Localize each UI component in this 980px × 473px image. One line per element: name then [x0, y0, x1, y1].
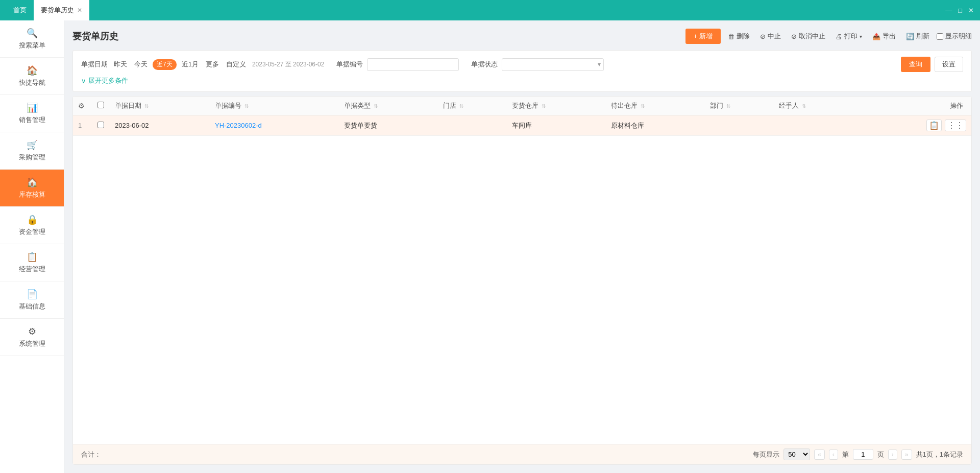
filter-panel: 单据日期 昨天 今天 近7天 近1月 更多 自定义 2023-05-27 至 2…	[72, 50, 972, 92]
doc-number-link[interactable]: YH-20230602-d	[215, 122, 262, 129]
date-filter-label: 单据日期	[81, 60, 108, 69]
th-pending-warehouse: 待出仓库 ⇅	[606, 97, 705, 115]
suspend-button[interactable]: ⊘ 中止	[757, 30, 784, 43]
close-btn[interactable]: ✕	[968, 7, 974, 14]
last-page-btn[interactable]: »	[901, 450, 912, 460]
query-settings-group: 查询 设置	[901, 57, 963, 72]
date-btn-custom[interactable]: 自定义	[224, 59, 248, 70]
date-btn-last7days[interactable]: 近7天	[153, 59, 177, 70]
sort-store-icon[interactable]: ⇅	[459, 103, 463, 109]
purchase-mgmt-icon: 🛒	[27, 139, 38, 151]
th-req-warehouse: 要货仓库 ⇅	[507, 97, 606, 115]
doc-status-filter-item: 单据状态 ▾	[471, 58, 604, 71]
date-filter-options: 昨天 今天 近7天 近1月 更多 自定义	[112, 59, 248, 70]
ops-mgmt-icon: 📋	[27, 251, 38, 263]
cell-doc-date: 2023-06-02	[110, 115, 210, 136]
date-btn-last-month[interactable]: 近1月	[180, 59, 201, 70]
table-container: ⚙ 单据日期 ⇅ 单据编号 ⇅	[73, 97, 971, 444]
table-settings-icon[interactable]: ⚙	[78, 102, 85, 110]
th-doc-date: 单据日期 ⇅	[110, 97, 210, 115]
first-page-btn[interactable]: «	[814, 450, 825, 460]
query-button[interactable]: 查询	[901, 57, 930, 72]
action-bar: + 新增 🗑 删除 ⊘ 中止 ⊘ 取消中止 🖨 打印 ▾	[685, 29, 972, 44]
tab-requisition-history[interactable]: 要货单历史 ✕	[34, 0, 89, 20]
date-range-display: 2023-05-27 至 2023-06-02	[252, 60, 324, 69]
sidebar-item-purchase-mgmt[interactable]: 🛒 采购管理	[0, 132, 64, 170]
sidebar-item-search-menu[interactable]: 🔍 搜索菜单	[0, 20, 64, 58]
cell-handler	[774, 115, 858, 136]
th-store: 门店 ⇅	[438, 97, 507, 115]
cell-pending-warehouse: 原材料仓库	[606, 115, 705, 136]
cell-doc-type: 要货单要货	[339, 115, 438, 136]
tab-home[interactable]: 首页	[6, 0, 34, 20]
sort-doc-date-icon[interactable]: ⇅	[144, 103, 149, 109]
table-body: 1 2023-06-02 YH-20230602-d 要货单要货 车间库 原材料…	[73, 115, 971, 136]
row-more-btn[interactable]: ⋮⋮	[945, 120, 966, 131]
pagination: 每页显示 10 20 50 100 « ‹ 第 页 › » 共1页，1条记录	[753, 448, 963, 460]
cancel-suspend-icon: ⊘	[791, 33, 797, 40]
row-view-btn[interactable]: 📋	[926, 120, 942, 131]
sidebar-item-ops-mgmt[interactable]: 📋 经营管理	[0, 244, 64, 281]
suspend-icon: ⊘	[760, 33, 766, 40]
total-info: 合计：	[81, 450, 101, 459]
select-all-checkbox[interactable]	[97, 102, 104, 108]
table-footer: 合计： 每页显示 10 20 50 100 « ‹ 第 页 ›	[73, 444, 971, 464]
print-dropdown-icon: ▾	[860, 34, 862, 39]
sidebar-item-system-mgmt[interactable]: ⚙ 系统管理	[0, 319, 64, 356]
sort-pending-warehouse-icon[interactable]: ⇅	[641, 103, 645, 109]
sort-department-icon[interactable]: ⇅	[726, 103, 730, 109]
data-table-wrap: ⚙ 单据日期 ⇅ 单据编号 ⇅	[72, 96, 972, 465]
expand-filter-btn[interactable]: ∨ 展开更多条件	[81, 76, 963, 85]
sales-mgmt-icon: 📊	[27, 102, 38, 113]
main-layout: 🔍 搜索菜单 🏠 快捷导航 📊 销售管理 🛒 采购管理 🏠 库存核算 🔒 资金管…	[0, 20, 980, 473]
basic-info-icon: 📄	[27, 289, 38, 300]
row-checkbox[interactable]	[97, 122, 104, 128]
refresh-button[interactable]: 🔄 刷新	[903, 30, 933, 43]
sort-doc-type-icon[interactable]: ⇅	[374, 103, 378, 109]
doc-status-select[interactable]	[502, 58, 604, 71]
th-actions-label: 操作	[950, 102, 963, 109]
sort-doc-number-icon[interactable]: ⇅	[244, 103, 249, 109]
cell-actions: 📋 ⋮⋮	[858, 115, 971, 136]
settings-button[interactable]: 设置	[935, 57, 963, 72]
th-doc-type: 单据类型 ⇅	[339, 97, 438, 115]
date-btn-yesterday[interactable]: 昨天	[112, 59, 129, 70]
sort-req-warehouse-icon[interactable]: ⇅	[542, 103, 546, 109]
sidebar-item-quick-nav[interactable]: 🏠 快捷导航	[0, 58, 64, 95]
date-btn-today[interactable]: 今天	[132, 59, 150, 70]
date-btn-more[interactable]: 更多	[204, 59, 221, 70]
doc-number-input[interactable]	[367, 58, 459, 71]
system-mgmt-icon: ⚙	[28, 326, 36, 337]
export-button[interactable]: 📤 导出	[869, 30, 899, 43]
top-bar: 首页 要货单历史 ✕ — □ ✕	[0, 0, 980, 20]
cancel-suspend-button[interactable]: ⊘ 取消中止	[788, 30, 828, 43]
delete-button[interactable]: 🗑 删除	[725, 30, 753, 43]
show-detail-toggle[interactable]: 显示明细	[937, 32, 972, 41]
sidebar-item-sales-mgmt[interactable]: 📊 销售管理	[0, 95, 64, 132]
th-doc-number: 单据编号 ⇅	[210, 97, 339, 115]
sidebar-item-finance-mgmt[interactable]: 🔒 资金管理	[0, 207, 64, 244]
th-req-warehouse-label: 要货仓库	[512, 102, 538, 109]
cell-row-num: 1	[73, 115, 91, 136]
filter-row: 单据日期 昨天 今天 近7天 近1月 更多 自定义 2023-05-27 至 2…	[81, 57, 963, 72]
th-department: 部门 ⇅	[705, 97, 774, 115]
search-menu-icon: 🔍	[27, 28, 38, 39]
th-checkbox	[91, 97, 110, 115]
close-tab-icon[interactable]: ✕	[77, 7, 82, 14]
prev-page-btn[interactable]: ‹	[829, 450, 838, 460]
print-button[interactable]: 🖨 打印 ▾	[832, 30, 865, 43]
th-handler-label: 经手人	[779, 102, 799, 109]
date-filter-item: 单据日期 昨天 今天 近7天 近1月 更多 自定义 2023-05-27 至 2…	[81, 59, 324, 70]
sort-handler-icon[interactable]: ⇅	[802, 103, 806, 109]
new-button[interactable]: + 新增	[685, 29, 721, 44]
doc-number-filter-item: 单据编号	[336, 58, 459, 71]
minimize-btn[interactable]: —	[945, 7, 952, 14]
th-doc-type-label: 单据类型	[344, 102, 371, 109]
maximize-btn[interactable]: □	[958, 7, 962, 14]
sidebar-item-inventory[interactable]: 🏠 库存核算	[0, 170, 64, 207]
current-page-input[interactable]	[853, 449, 873, 460]
show-detail-checkbox[interactable]	[937, 33, 943, 40]
next-page-btn[interactable]: ›	[888, 450, 897, 460]
sidebar-item-basic-info[interactable]: 📄 基础信息	[0, 281, 64, 319]
page-size-select[interactable]: 10 20 50 100	[783, 448, 810, 460]
